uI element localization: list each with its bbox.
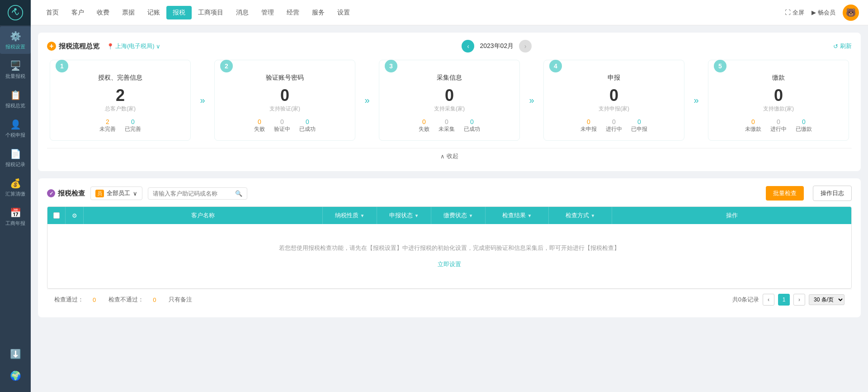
step-5-subtitle: 支持缴款(家) xyxy=(716,105,841,113)
sidebar-item-tax-settings[interactable]: ⚙️ 报税设置 xyxy=(0,26,31,54)
sidebar-item-download[interactable]: ⬇️ xyxy=(0,344,31,365)
current-month: 2023年02月 xyxy=(480,42,514,50)
step-4-number: 4 xyxy=(549,60,562,72)
nav-item-fee[interactable]: 收费 xyxy=(90,6,116,19)
tax-check-table: ⚙ 客户名称 纳税性质 ▼ 申报状态 ▼ 缴费状态 ▼ xyxy=(47,206,852,289)
step-4-stat-0-label: 未申报 xyxy=(580,125,597,133)
search-icon[interactable]: 🔍 xyxy=(235,190,242,197)
th-check-method: 检查方式 ▼ xyxy=(549,207,612,224)
page-size-selector[interactable]: 30 条/页 xyxy=(809,294,844,305)
step-4-stat-0-val: 0 xyxy=(580,118,597,125)
nav-item-manage[interactable]: 管理 xyxy=(255,6,280,19)
tax-check-title: ✓ 报税检查 xyxy=(47,189,85,198)
step-4-stat-1: 0 进行中 xyxy=(606,118,622,133)
content-area: + 报税流程总览 📍 上海(电子税局) ∨ ‹ 2023年02月 › ↺ 刷新 xyxy=(31,25,868,392)
prev-month-button[interactable]: ‹ xyxy=(462,40,474,53)
step-4-stat-1-label: 进行中 xyxy=(606,125,622,133)
search-input[interactable] xyxy=(153,190,232,197)
step-4-stat-2-label: 已申报 xyxy=(631,125,647,133)
header-checkbox[interactable] xyxy=(53,212,60,219)
nav-item-message[interactable]: 消息 xyxy=(230,6,255,19)
step-5-card: 5 缴款 0 支持缴款(家) 0 未缴款 0 进行中 xyxy=(708,60,849,141)
top-nav: 首页 客户 收费 票据 记账 报税 工商项目 消息 管理 经营 服务 设置 ⛶ … xyxy=(31,0,868,25)
step-3-stats: 0 失败 0 未采集 0 已成功 xyxy=(387,118,512,133)
sidebar-item-tax-record[interactable]: 📄 报税记录 xyxy=(0,144,31,172)
step-4-stat-1-val: 0 xyxy=(606,118,622,125)
step-2-stat-2: 0 已成功 xyxy=(299,118,316,133)
nav-item-settings[interactable]: 设置 xyxy=(331,6,356,19)
avatar[interactable]: 🐻 xyxy=(843,5,859,21)
step-3-title: 采集信息 xyxy=(387,74,512,82)
nav-item-home[interactable]: 首页 xyxy=(40,6,65,19)
fail-count[interactable]: 0 xyxy=(153,296,156,303)
filter-icon-result[interactable]: ▼ xyxy=(528,213,532,218)
nav-item-operation[interactable]: 经营 xyxy=(280,6,306,19)
process-overview-card: + 报税流程总览 📍 上海(电子税局) ∨ ‹ 2023年02月 › ↺ 刷新 xyxy=(38,33,861,171)
process-header: + 报税流程总览 📍 上海(电子税局) ∨ ‹ 2023年02月 › ↺ 刷新 xyxy=(47,40,852,53)
filter-icon-declare[interactable]: ▼ xyxy=(415,213,419,218)
batch-tax-icon: 🖥️ xyxy=(10,60,21,71)
filter-icon-method[interactable]: ▼ xyxy=(591,213,595,218)
tax-bureau-selector[interactable]: 📍 上海(电子税局) ∨ xyxy=(107,42,160,50)
prev-page-button[interactable]: ‹ xyxy=(763,294,774,306)
step-3-stat-2: 0 已成功 xyxy=(464,118,480,133)
pass-count[interactable]: 0 xyxy=(93,296,96,303)
table-header: ⚙ 客户名称 纳税性质 ▼ 申报状态 ▼ 缴费状态 ▼ xyxy=(47,207,851,224)
nav-item-tax[interactable]: 报税 xyxy=(166,6,192,19)
step-3-stat-0-val: 0 xyxy=(419,118,429,125)
staff-selector[interactable]: 员 全部员工 ∨ xyxy=(90,186,142,200)
next-month-button[interactable]: › xyxy=(519,40,532,53)
steps-container: 1 授权、完善信息 2 总客户数(家) 2 未完善 0 已完善 xyxy=(47,60,852,141)
sidebar-item-clearance[interactable]: 💰 汇算清缴 xyxy=(0,173,31,201)
settings-icon[interactable]: ⚙ xyxy=(72,212,77,219)
filter-icon-payment[interactable]: ▼ xyxy=(469,213,473,218)
th-tax-nature: 纳税性质 ▼ xyxy=(323,207,377,224)
th-operation: 操作 xyxy=(612,207,851,224)
step-2-stat-1-val: 0 xyxy=(274,118,290,125)
search-box[interactable]: 🔍 xyxy=(148,187,247,200)
chevron-down-icon: ∨ xyxy=(156,43,160,50)
step-2-card: 2 验证账号密码 0 支持验证(家) 0 失败 0 验证中 xyxy=(214,60,355,141)
operation-log-button[interactable]: 操作日志 xyxy=(813,186,852,201)
next-page-button[interactable]: › xyxy=(793,294,805,306)
vip-button[interactable]: ▶ 畅会员 xyxy=(811,9,835,17)
sidebar-item-tax-overview[interactable]: 📋 报税总览 xyxy=(0,85,31,113)
step-1-stat-0-val: 2 xyxy=(99,118,116,125)
step-3-stat-2-label: 已成功 xyxy=(464,125,480,133)
setup-link[interactable]: 立即设置 xyxy=(438,261,461,268)
step-1-stat-1: 0 已完善 xyxy=(125,118,141,133)
sidebar-item-personal-tax[interactable]: 👤 个税申报 xyxy=(0,115,31,142)
nav-item-service[interactable]: 服务 xyxy=(306,6,331,19)
th-payment-status: 缴费状态 ▼ xyxy=(431,207,486,224)
collapse-button[interactable]: ∧ 收起 xyxy=(47,148,852,164)
refresh-button[interactable]: ↺ 刷新 xyxy=(833,42,852,50)
sidebar-item-globe[interactable]: 🌍 xyxy=(0,366,31,387)
nav-item-client[interactable]: 客户 xyxy=(65,6,90,19)
check-circle-icon: ✓ xyxy=(47,189,55,197)
step-4-stat-2: 0 已申报 xyxy=(631,118,647,133)
step-5-stat-2-val: 0 xyxy=(796,118,812,125)
nav-item-accounting[interactable]: 记账 xyxy=(141,6,166,19)
table-empty-message: 若您想使用报税检查功能，请先在【报税设置】中进行报税的初始化设置，完成密码验证和… xyxy=(47,224,851,288)
step-5-stat-0-label: 未缴款 xyxy=(745,125,761,133)
step-3-subtitle: 支持采集(家) xyxy=(387,105,512,113)
th-checkbox xyxy=(47,207,66,224)
total-records: 共0条记录 xyxy=(732,296,759,304)
step-5-stat-0-val: 0 xyxy=(745,118,761,125)
step-5-stat-1-label: 进行中 xyxy=(770,125,787,133)
batch-check-button[interactable]: 批量检查 xyxy=(766,186,804,201)
step-1-stats: 2 未完善 0 已完善 xyxy=(57,118,183,133)
step-1-subtitle: 总客户数(家) xyxy=(57,105,183,113)
fullscreen-button[interactable]: ⛶ 全屏 xyxy=(785,9,804,17)
vip-icon: ▶ xyxy=(811,9,816,16)
nav-item-invoice[interactable]: 票据 xyxy=(116,6,141,19)
logo[interactable] xyxy=(0,0,31,25)
svg-point-1 xyxy=(14,8,16,10)
filter-icon-tax-nature[interactable]: ▼ xyxy=(360,213,365,218)
sidebar-item-batch-tax[interactable]: 🖥️ 批量报税 xyxy=(0,56,31,83)
step-5-count: 0 xyxy=(716,86,841,105)
step-3-stat-0: 0 失败 xyxy=(419,118,429,133)
page-1-button[interactable]: 1 xyxy=(778,294,790,306)
sidebar-item-annual-report[interactable]: 📅 工商年报 xyxy=(0,203,31,230)
nav-item-business[interactable]: 工商项目 xyxy=(192,6,230,19)
